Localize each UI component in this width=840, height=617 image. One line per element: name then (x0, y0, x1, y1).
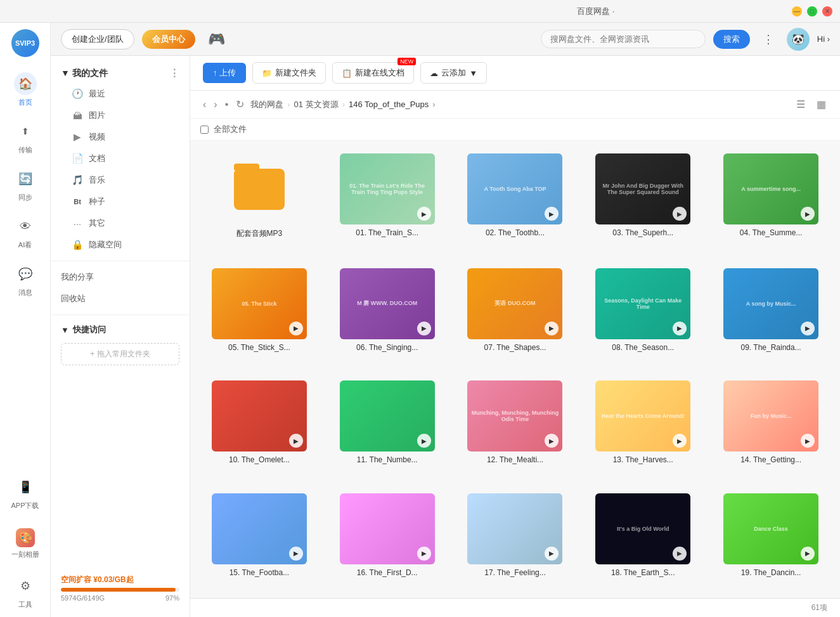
cloud-add-arrow: ▼ (469, 68, 477, 78)
file-item-file-19[interactable]: Dance Class ▶ 19. The_Dancin... (712, 488, 830, 591)
item-count: 61项 (811, 602, 827, 613)
sidebar-item-app-download[interactable]: 📱 APP下载 (3, 471, 48, 516)
nav-recycle[interactable]: 回收站 (51, 288, 190, 309)
nav-item-docs[interactable]: 📄 文档 (56, 148, 184, 169)
sidebar-item-transfer[interactable]: ⬆ 传输 (3, 115, 48, 160)
nav-item-music[interactable]: 🎵 音乐 (56, 169, 184, 191)
play-button[interactable]: ▶ (673, 207, 687, 221)
breadcrumb-folder1[interactable]: 01 英文资源 (294, 99, 339, 110)
more-options-button[interactable]: ⋮ (758, 30, 779, 49)
play-button[interactable]: ▶ (417, 207, 431, 221)
play-button[interactable]: ▶ (289, 434, 303, 448)
file-item-file-01[interactable]: 01. The Train Let's Ride The Train Ting … (328, 148, 446, 253)
grid-view-button[interactable]: ▦ (813, 97, 830, 112)
file-item-file-14[interactable]: Fun by Music... ▶ 14. The_Getting... (712, 375, 830, 478)
upload-button[interactable]: ↑ 上传 (203, 63, 246, 83)
play-button[interactable]: ▶ (673, 547, 687, 561)
play-button[interactable]: ▶ (801, 207, 815, 221)
play-button[interactable]: ▶ (801, 321, 815, 335)
create-team-button[interactable]: 创建企业/团队 (61, 29, 134, 49)
play-button[interactable]: ▶ (417, 321, 431, 335)
sidebar-item-home[interactable]: 🏠 首页 (3, 67, 48, 112)
sidebar-item-sync[interactable]: 🔄 同步 (3, 162, 48, 207)
nav-quick-add[interactable]: + 拖入常用文件夹 (61, 343, 179, 365)
file-item-file-07[interactable]: 英语 DUO.COM ▶ 07. The_Shapes... (456, 263, 574, 366)
file-item-file-03[interactable]: Mr John And Big Dugger With The Super Sq… (584, 148, 702, 253)
search-input[interactable] (541, 30, 706, 48)
file-item-file-09[interactable]: A song by Music... ▶ 09. The_Rainda... (712, 263, 830, 366)
nav-item-pictures[interactable]: 🏔 图片 (56, 105, 184, 126)
sidebar-item-message[interactable]: 💬 消息 (3, 257, 48, 302)
nav-item-recent[interactable]: 🕐 最近 (56, 83, 184, 105)
breadcrumb-refresh-button[interactable]: ↻ (233, 97, 247, 112)
breadcrumb-nav: ‹ › • ↻ (200, 97, 247, 112)
app-download-icon: 📱 (14, 476, 37, 498)
file-item-file-11[interactable]: ▶ 11. The_Numbe... (328, 375, 446, 478)
search-button[interactable]: 搜索 (713, 30, 750, 49)
file-item-file-10[interactable]: ▶ 10. The_Omelet... (200, 375, 318, 478)
breadcrumb-forward-button[interactable]: › (211, 98, 219, 112)
breadcrumb: ‹ › • ↻ 我的网盘 › 01 英文资源 › 146 Top_of_the_… (190, 91, 840, 119)
my-files-section[interactable]: ▼ 我的文件 ⋮ (51, 63, 190, 83)
cloud-add-button[interactable]: ☁ 云添加 ▼ (420, 62, 487, 84)
play-button[interactable]: ▶ (545, 321, 559, 335)
member-center-button[interactable]: 会员中心 (142, 30, 195, 49)
file-item-file-18[interactable]: It's a Big Old World ▶ 18. The_Earth_S..… (584, 488, 702, 591)
play-button[interactable]: ▶ (545, 207, 559, 221)
avatar[interactable]: 🐼 (787, 28, 810, 51)
minimize-button[interactable]: — (792, 6, 802, 16)
game-icon[interactable]: 🎮 (208, 31, 225, 48)
nav-item-hidden[interactable]: 🔒 隐藏空间 (56, 234, 184, 256)
play-button[interactable]: ▶ (545, 547, 559, 561)
play-button[interactable]: ▶ (289, 547, 303, 561)
main-content: ↑ 上传 📁 新建文件夹 📋 新建在线文档 NEW ☁ 云添加 ▼ (190, 56, 840, 617)
list-view-button[interactable]: ☰ (792, 97, 809, 112)
close-button[interactable]: ✕ (822, 6, 832, 16)
sidebar-item-ai[interactable]: 👁 AI看 (3, 210, 48, 255)
file-item-file-17[interactable]: ▶ 17. The_Feeling... (456, 488, 574, 591)
nav-my-share[interactable]: 我的分享 (51, 266, 190, 288)
video-thumb: A Tooth Song Aba TOP ▶ (467, 153, 562, 224)
file-item-file-08[interactable]: Seasons, Daylight Can Make Time ▶ 08. Th… (584, 263, 702, 366)
breadcrumb-dot-button[interactable]: • (223, 98, 231, 112)
file-item-file-06[interactable]: M 磨 WWW. DUO.COM ▶ 06. The_Singing... (328, 263, 446, 366)
sidebar-item-photo-album[interactable]: 🎨 一刻相册 (3, 523, 48, 564)
new-doc-button[interactable]: 📋 新建在线文档 NEW (332, 62, 414, 84)
my-files-more-icon[interactable]: ⋮ (169, 67, 179, 79)
file-item-file-02[interactable]: A Tooth Song Aba TOP ▶ 02. The_Toothb... (456, 148, 574, 253)
video-thumb: 05. The Stick ▶ (212, 268, 307, 339)
nav-divider-1 (51, 261, 190, 261)
storage-bar (61, 588, 179, 592)
play-button[interactable]: ▶ (673, 321, 687, 335)
file-item-file-12[interactable]: Munching, Munching, Munching Odis Time ▶… (456, 375, 574, 478)
file-item-folder-mp3[interactable]: 配套音频MP3 (200, 148, 318, 253)
file-label: 04. The_Summe... (723, 228, 818, 237)
new-folder-button[interactable]: 📁 新建文件夹 (252, 62, 326, 84)
file-item-file-04[interactable]: A summertime song... ▶ 04. The_Summe... (712, 148, 830, 253)
view-toggle: ☰ ▦ (792, 97, 830, 112)
file-item-file-16[interactable]: ▶ 16. The_First_D... (328, 488, 446, 591)
select-all-checkbox[interactable] (200, 126, 209, 134)
file-item-file-13[interactable]: Hear the Hearts Come Around! ▶ 13. The_H… (584, 375, 702, 478)
nav-item-video[interactable]: ▶ 视频 (56, 126, 184, 148)
file-item-file-05[interactable]: 05. The Stick ▶ 05. The_Stick_S... (200, 263, 318, 366)
play-button[interactable]: ▶ (417, 547, 431, 561)
play-button[interactable]: ▶ (801, 434, 815, 448)
nav-item-other[interactable]: ··· 其它 (56, 212, 184, 234)
sidebar-item-tools[interactable]: ⚙ 工具 (3, 569, 48, 614)
play-button[interactable]: ▶ (289, 321, 303, 335)
breadcrumb-mydisk[interactable]: 我的网盘 (250, 99, 283, 110)
play-button[interactable]: ▶ (417, 434, 431, 448)
file-item-file-15[interactable]: ▶ 15. The_Footba... (200, 488, 318, 591)
play-button[interactable]: ▶ (545, 434, 559, 448)
breadcrumb-back-button[interactable]: ‹ (200, 98, 209, 112)
play-button[interactable]: ▶ (801, 547, 815, 561)
app-logo[interactable]: SVIP3 (11, 29, 39, 57)
play-button[interactable]: ▶ (673, 434, 687, 448)
home-icon: 🏠 (14, 72, 37, 95)
recent-icon: 🕐 (71, 88, 84, 100)
maximize-button[interactable]: □ (807, 6, 817, 16)
nav-item-bt[interactable]: Bt 种子 (56, 191, 184, 212)
user-hi-label[interactable]: Hi › (817, 34, 830, 44)
storage-price[interactable]: ¥0.03/GB起 (93, 575, 133, 584)
